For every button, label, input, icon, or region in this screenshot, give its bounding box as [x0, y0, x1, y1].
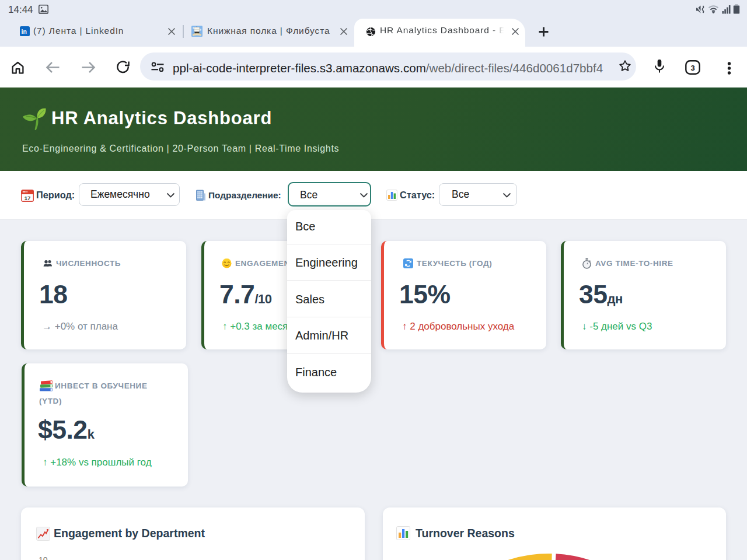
- svg-text:3: 3: [690, 64, 694, 72]
- svg-text:in: in: [22, 28, 27, 35]
- svg-text:17: 17: [25, 195, 31, 201]
